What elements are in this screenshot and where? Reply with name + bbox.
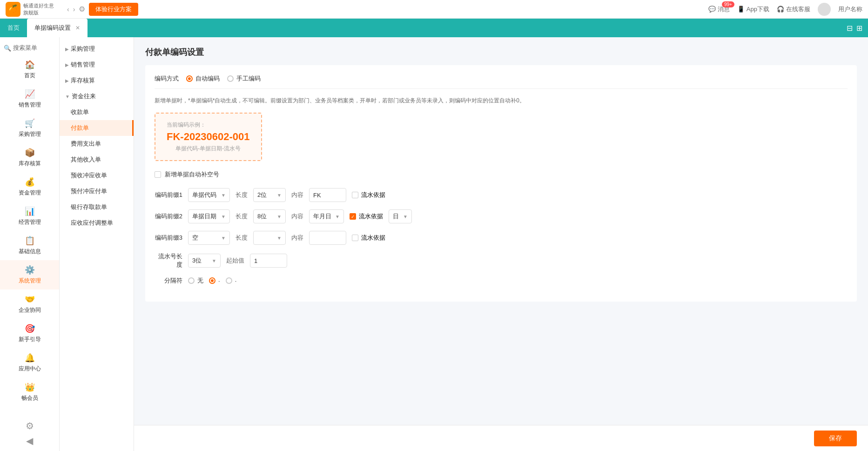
prefix1-select[interactable]: 单据代码 ▼ (188, 188, 230, 202)
top-bar: 🍊 畅通道好生意 旗舰版 ‹ › ⚙ 体验行业方案 💬 消息 99+ 📱 App… (0, 0, 868, 19)
start-value-label: 起始值 (226, 256, 244, 265)
prefix3-select[interactable]: 空 ▼ (188, 231, 230, 245)
sep-dot1-radio[interactable]: · (209, 277, 220, 284)
trial-button[interactable]: 体验行业方案 (89, 3, 138, 16)
avatar[interactable] (818, 3, 831, 16)
app-download-button[interactable]: 📱 App下载 (737, 5, 769, 13)
auto-radio[interactable]: 自动编码 (186, 74, 220, 83)
sidebar-item-guide[interactable]: 🎯 新手引导 (0, 319, 59, 348)
home-icon: 🏠 (25, 60, 35, 70)
arrow-icon: ▶ (65, 47, 69, 52)
sidebar-item-adjust[interactable]: 应收应付调整单 (60, 215, 134, 231)
prefix2-select[interactable]: 单据日期 ▼ (188, 209, 230, 223)
day-select-wrapper: 日 ▼ (389, 209, 412, 223)
group-purchase-header[interactable]: ▶ 采购管理 (60, 41, 134, 57)
tab-close-icon[interactable]: ✕ (75, 25, 80, 31)
serial-checkbox-1[interactable] (352, 192, 358, 198)
serial-basis-1: 流水依据 (352, 191, 385, 199)
sidebar-item-home[interactable]: 🏠 首页 (0, 55, 59, 84)
sep-dot2-radio[interactable]: · (226, 277, 237, 284)
chevron-down-icon: ▼ (212, 258, 216, 263)
serial-checkbox-3[interactable] (352, 235, 358, 241)
main-content: 付款单编码设置 编码方式 自动编码 手工编码 (134, 37, 868, 425)
main-right: 付款单编码设置 编码方式 自动编码 手工编码 (134, 37, 868, 451)
group-finance-header[interactable]: ▼ 资金往来 (60, 88, 134, 104)
tab-home[interactable]: 首页 (0, 19, 27, 37)
sidebar-item-cooperation[interactable]: 🤝 企业协同 (0, 289, 59, 319)
sep-dot2-dot (226, 277, 232, 284)
preview-label: 当前编码示例： (167, 121, 250, 129)
serial-length-select[interactable]: 3位 ▼ (188, 254, 221, 268)
top-bar-left: 🍊 畅通道好生意 旗舰版 ‹ › ⚙ 体验行业方案 (6, 2, 138, 17)
sidebar-item-basic[interactable]: 📋 基础信息 (0, 231, 59, 260)
sidebar-item-payment[interactable]: 付款单 (60, 120, 134, 136)
content3-input[interactable] (309, 231, 346, 245)
cooperation-icon: 🤝 (25, 294, 35, 304)
sidebar-item-expense[interactable]: 费用支出单 (60, 136, 134, 152)
sidebar-item-system[interactable]: ⚙️ 系统管理 (0, 260, 59, 289)
sidebar-item-finance[interactable]: 💰 资金管理 (0, 172, 59, 202)
online-service-button[interactable]: 🎧 在线客服 (777, 5, 810, 13)
search-menu[interactable]: 🔍 搜索菜单 (0, 41, 59, 55)
tab-bar-actions: ⊟ ⊞ (847, 24, 868, 33)
prefix1-select-wrapper: 单据代码 ▼ (188, 188, 230, 202)
tab-expand-icon[interactable]: ⊞ (856, 24, 862, 33)
day-select[interactable]: 日 ▼ (389, 209, 412, 223)
service-icon: 🎧 (777, 6, 784, 13)
nav-next-icon[interactable]: › (73, 6, 75, 13)
separator-label: 分隔符 (155, 276, 182, 285)
sidebar-item-bank[interactable]: 银行存取款单 (60, 199, 134, 215)
collapse-icon[interactable]: ◀ (26, 435, 33, 446)
tab-encoding[interactable]: 单据编码设置 ✕ (27, 19, 87, 37)
content2-select[interactable]: 年月日 ▼ (309, 209, 344, 223)
serial-basis-2: ✓ 流水依据 (350, 212, 383, 221)
tab-minimize-icon[interactable]: ⊟ (847, 24, 853, 33)
tab-bar: 首页 单据编码设置 ✕ ⊟ ⊞ (0, 19, 868, 37)
chevron-down-icon: ▼ (277, 193, 282, 198)
sidebar-item-receipt[interactable]: 收款单 (60, 104, 134, 120)
home-tab-label: 首页 (7, 24, 20, 32)
sidebar-item-purchase[interactable]: 🛒 采购管理 (0, 114, 59, 143)
arrow-icon: ▶ (65, 78, 69, 83)
content1-input[interactable]: FK (309, 188, 346, 202)
content1-label: 内容 (291, 191, 303, 199)
manual-radio[interactable]: 手工编码 (227, 74, 261, 83)
page-title: 付款单编码设置 (145, 47, 857, 58)
chevron-down-icon: ▼ (335, 214, 340, 219)
auto-fill-label: 新增单据自动补空号 (165, 170, 219, 179)
sidebar-item-sales[interactable]: 📈 销售管理 (0, 84, 59, 114)
length3-select[interactable]: ▼ (253, 231, 286, 245)
length1-select-wrapper: 2位 ▼ (253, 188, 286, 202)
sidebar-item-prepay-recv[interactable]: 预收冲应收单 (60, 168, 134, 183)
sidebar-item-apps[interactable]: 🔔 应用中心 (0, 348, 59, 377)
guide-icon: 🎯 (25, 323, 35, 334)
preview-box: 当前编码示例： FK-20230602-001 单据代码-单据日期-流水号 (155, 113, 262, 161)
group-inventory-header[interactable]: ▶ 库存核算 (60, 73, 134, 88)
finance-icon: 💰 (25, 177, 35, 187)
settings-bottom-icon[interactable]: ⚙ (26, 420, 34, 431)
sep-none-radio[interactable]: 无 (188, 276, 203, 285)
preview-code: FK-20230602-001 (167, 131, 250, 143)
settings-icon[interactable]: ⚙ (79, 5, 85, 13)
brand-text: 畅通道好生意 旗舰版 (23, 2, 54, 16)
auto-fill-checkbox[interactable] (155, 171, 161, 178)
start-value-input[interactable]: 1 (250, 254, 287, 268)
sidebar-item-member[interactable]: 👑 畅会员 (0, 377, 59, 407)
content-area: ▶ 采购管理 ▶ 销售管理 ▶ 库存核算 ▼ 资金往来 (60, 37, 868, 451)
sidebar-item-inventory[interactable]: 📦 库存核算 (0, 143, 59, 172)
group-sales-header[interactable]: ▶ 销售管理 (60, 57, 134, 73)
length1-select[interactable]: 2位 ▼ (253, 188, 286, 202)
operations-icon: 📊 (25, 206, 35, 216)
length2-select-wrapper: 8位 ▼ (253, 209, 286, 223)
prefix1-label: 编码前缀1 (155, 191, 182, 199)
sidebar-item-prepay-pay[interactable]: 预付冲应付单 (60, 183, 134, 199)
preview-sub: 单据代码-单据日期-流水号 (167, 145, 250, 153)
nav-prev-icon[interactable]: ‹ (67, 6, 69, 13)
length2-select[interactable]: 8位 ▼ (253, 209, 286, 223)
save-button[interactable]: 保存 (814, 431, 857, 446)
serial-checkbox-2[interactable]: ✓ (350, 213, 356, 220)
sidebar-item-operations[interactable]: 📊 经营管理 (0, 202, 59, 231)
message-button[interactable]: 💬 消息 99+ (708, 5, 730, 13)
sidebar-item-other-income[interactable]: 其他收入单 (60, 152, 134, 168)
sales-icon: 📈 (25, 89, 35, 99)
